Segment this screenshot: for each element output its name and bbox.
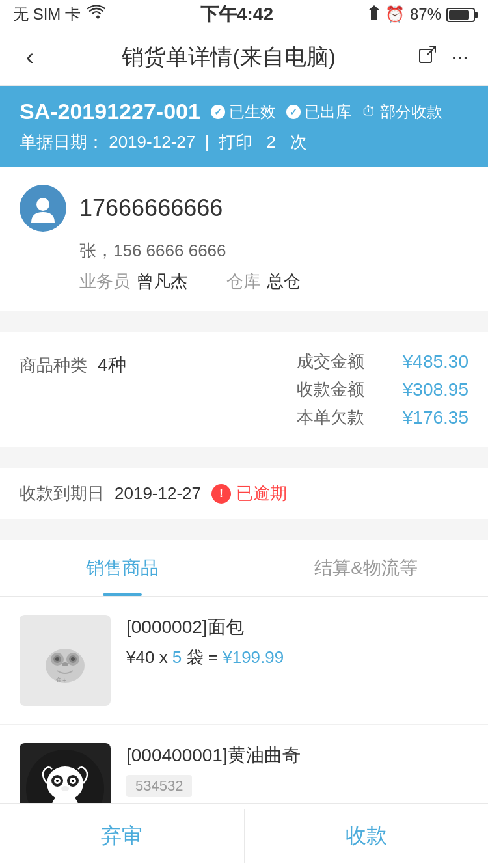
print-unit: 次 (290, 132, 307, 152)
nav-bar: ‹ 销货单详情(来自电脑) ··· (0, 29, 488, 86)
owed-amount-row: 本单欠款 ¥176.35 (297, 406, 468, 429)
tabs-section: 销售商品 结算&物流等 (0, 540, 488, 597)
svg-text:鱼+: 鱼+ (56, 677, 66, 684)
share-button[interactable] (417, 44, 438, 70)
back-button[interactable]: ‹ (20, 37, 40, 77)
trading-amount-value: ¥485.30 (377, 351, 468, 372)
separator-3 (0, 530, 488, 540)
payment-due-label: 收款到期日 (20, 482, 104, 505)
status-active-label: 已生效 (229, 102, 276, 122)
product-base-price-1: ¥40 (126, 647, 154, 667)
trading-amount-row: 成交金额 ¥485.30 (297, 350, 468, 373)
status-badge-active: 已生效 (211, 102, 276, 122)
summary-right: 成交金额 ¥485.30 收款金额 ¥308.95 本单欠款 ¥176.35 (297, 350, 468, 429)
status-time: 下午4:42 (200, 2, 273, 27)
carrier-text: 无 SIM 卡 (13, 4, 81, 25)
product-name-1: [0000002]面包 (126, 615, 468, 640)
overdue-text: 已逾期 (236, 482, 287, 505)
payment-due-section: 收款到期日 2019-12-27 ! 已逾期 (0, 468, 488, 519)
date-value: 2019-12-27 (109, 132, 195, 152)
product-total-1: ¥199.99 (223, 647, 284, 667)
product-name-2: [000400001]黄油曲奇 (126, 743, 468, 768)
category-label: 商品种类 (20, 354, 87, 377)
status-badge-partial: ⏱ 部分收款 (362, 102, 442, 122)
owed-amount-label: 本单欠款 (297, 406, 364, 429)
svg-point-2 (36, 198, 49, 211)
battery-icon (446, 5, 475, 23)
sales-person-meta: 业务员 曾凡杰 (79, 270, 187, 293)
customer-section: 17666666666 张，156 6666 6666 业务员 曾凡杰 仓库 总… (0, 167, 488, 311)
customer-meta: 业务员 曾凡杰 仓库 总仓 (20, 270, 468, 293)
product-item-1: 鱼+ [0000002]面包 ¥40 x 5 袋 = ¥199.99 (0, 597, 488, 725)
product-image-1: 鱼+ (20, 615, 111, 706)
wifi-icon (87, 5, 105, 23)
svg-point-18 (56, 780, 59, 782)
product-sku-badge: 534532 (126, 775, 192, 797)
bottom-toolbar: 弃审 收款 (0, 803, 488, 868)
nav-actions: ··· (417, 44, 468, 70)
status-badge-shipped: 已出库 (286, 102, 351, 122)
collect-payment-button[interactable]: 收款 (245, 809, 489, 863)
svg-point-20 (61, 786, 69, 791)
customer-top: 17666666666 (20, 185, 468, 232)
svg-rect-0 (420, 49, 431, 62)
tab-settlement[interactable]: 结算&物流等 (244, 540, 488, 596)
order-header: SA-20191227-001 已生效 已出库 ⏱ 部分收款 单据日期： 201… (0, 86, 488, 167)
trading-amount-label: 成交金额 (297, 350, 364, 373)
tab-sales[interactable]: 销售商品 (0, 540, 244, 596)
status-right: ⏰ 87% (368, 5, 475, 23)
order-header-top: SA-20191227-001 已生效 已出库 ⏱ 部分收款 (20, 99, 468, 124)
svg-point-8 (55, 657, 59, 661)
payment-due-date: 2019-12-27 (115, 483, 201, 504)
warehouse-value: 总仓 (267, 270, 301, 293)
collected-amount-value: ¥308.95 (377, 379, 468, 400)
overdue-badge: ! 已逾期 (211, 482, 287, 505)
separator-2 (0, 457, 488, 468)
summary-left: 商品种类 4种 (20, 350, 126, 377)
status-partial-label: 部分收款 (380, 102, 442, 122)
sales-person-value: 曾凡杰 (137, 270, 187, 293)
summary-section: 商品种类 4种 成交金额 ¥485.30 收款金额 ¥308.95 本单欠款 ¥… (0, 332, 488, 447)
cancel-audit-button[interactable]: 弃审 (0, 809, 245, 863)
page-title: 销货单详情(来自电脑) (122, 42, 336, 72)
overdue-icon: ! (211, 484, 231, 504)
sales-person-label: 业务员 (79, 270, 130, 293)
clock-icon: ⏱ (362, 103, 376, 120)
svg-point-19 (72, 780, 74, 782)
status-shipped-label: 已出库 (305, 102, 351, 122)
more-button[interactable]: ··· (451, 45, 468, 69)
collected-amount-label: 收款金额 (297, 378, 364, 401)
order-id: SA-20191227-001 (20, 99, 200, 124)
customer-name-phone: 张，156 6666 6666 (20, 239, 468, 262)
owed-amount-value: ¥176.35 (377, 407, 468, 428)
collected-amount-row: 收款金额 ¥308.95 (297, 378, 468, 401)
order-date: 单据日期： 2019-12-27 | 打印 2 次 (20, 131, 468, 154)
separator-1 (0, 321, 488, 332)
warehouse-label: 仓库 (226, 270, 260, 293)
alarm-icon: ⏰ (385, 5, 405, 23)
product-quantity-1: 5 (172, 647, 182, 667)
print-label: 打印 (219, 132, 252, 152)
category-count: 4种 (98, 353, 126, 377)
customer-avatar (20, 185, 66, 232)
battery-text: 87% (410, 5, 441, 23)
check-icon-1 (211, 105, 225, 119)
customer-phone: 17666666666 (79, 195, 223, 222)
svg-point-9 (71, 657, 75, 661)
status-left: 无 SIM 卡 (13, 4, 105, 25)
status-bar: 无 SIM 卡 下午4:42 ⏰ 87% (0, 0, 488, 29)
product-price-1: ¥40 x 5 袋 = ¥199.99 (126, 646, 468, 669)
location-icon (368, 5, 380, 23)
date-label: 单据日期： (20, 132, 104, 152)
warehouse-meta: 仓库 总仓 (226, 270, 301, 293)
svg-point-10 (62, 662, 68, 666)
product-info-1: [0000002]面包 ¥40 x 5 袋 = ¥199.99 (126, 615, 468, 669)
product-unit-1: 袋 (187, 647, 204, 667)
print-count: 2 (267, 132, 276, 152)
check-icon-2 (286, 105, 301, 119)
